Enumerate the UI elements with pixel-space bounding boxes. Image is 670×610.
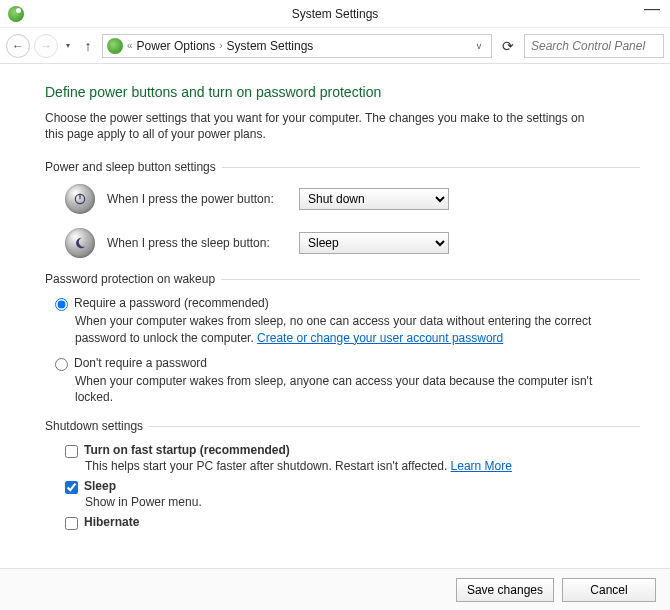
page-heading: Define power buttons and turn on passwor… (45, 84, 640, 100)
check-fast-startup-desc: This helps start your PC faster after sh… (85, 459, 640, 473)
radio-no-password-desc: When your computer wakes from sleep, any… (75, 373, 605, 405)
check-hibernate-label: Hibernate (84, 515, 139, 529)
footer: Save changes Cancel (0, 568, 670, 610)
section-label-text: Power and sleep button settings (45, 160, 216, 174)
check-hibernate-input[interactable] (65, 517, 78, 530)
breadcrumb-system-settings[interactable]: System Settings (227, 39, 314, 53)
check-sleep-desc: Show in Power menu. (85, 495, 640, 509)
row-sleep-button: When I press the sleep button: Sleep (65, 228, 640, 258)
power-button-select[interactable]: Shut down (299, 188, 449, 210)
breadcrumb-sep-icon: « (127, 40, 133, 51)
section-label-text: Password protection on wakeup (45, 272, 215, 286)
divider (222, 167, 640, 168)
radio-no-password[interactable]: Don't require a password (55, 356, 640, 371)
moon-icon (73, 236, 87, 250)
link-change-password[interactable]: Create or change your user account passw… (257, 331, 503, 345)
check-sleep[interactable]: Sleep (65, 479, 640, 494)
shutdown-options: Turn on fast startup (recommended) This … (65, 443, 640, 530)
divider (149, 426, 640, 427)
power-button-label: When I press the power button: (107, 192, 287, 206)
radio-group-password: Require a password (recommended) When yo… (55, 296, 640, 405)
content-area: Define power buttons and turn on passwor… (0, 64, 670, 564)
radio-require-password[interactable]: Require a password (recommended) (55, 296, 640, 311)
nav-bar: ← → ▾ ↑ « Power Options › System Setting… (0, 28, 670, 64)
section-label-text: Shutdown settings (45, 419, 143, 433)
control-panel-icon (107, 38, 123, 54)
section-password: Password protection on wakeup (45, 272, 640, 286)
breadcrumb-sep-icon: › (219, 40, 222, 51)
check-sleep-input[interactable] (65, 481, 78, 494)
window-title: System Settings (0, 7, 670, 21)
check-fast-startup[interactable]: Turn on fast startup (recommended) (65, 443, 640, 458)
breadcrumb-power-options[interactable]: Power Options (137, 39, 216, 53)
save-button[interactable]: Save changes (456, 578, 554, 602)
radio-no-password-input[interactable] (55, 358, 68, 371)
sleep-button-select[interactable]: Sleep (299, 232, 449, 254)
title-bar: System Settings — (0, 0, 670, 28)
radio-require-password-desc: When your computer wakes from sleep, no … (75, 313, 605, 345)
breadcrumb[interactable]: « Power Options › System Settings v (102, 34, 492, 58)
radio-require-password-label: Require a password (recommended) (74, 296, 269, 310)
page-intro: Choose the power settings that you want … (45, 110, 605, 142)
radio-no-password-label: Don't require a password (74, 356, 207, 370)
history-dropdown[interactable]: ▾ (62, 34, 74, 58)
cancel-button[interactable]: Cancel (562, 578, 656, 602)
link-learn-more[interactable]: Learn More (451, 459, 512, 473)
check-hibernate[interactable]: Hibernate (65, 515, 640, 530)
divider (221, 279, 640, 280)
check-sleep-label: Sleep (84, 479, 116, 493)
refresh-button[interactable]: ⟳ (496, 34, 520, 58)
row-power-button: When I press the power button: Shut down (65, 184, 640, 214)
power-glyph-icon (73, 192, 87, 206)
section-shutdown: Shutdown settings (45, 419, 640, 433)
check-fast-startup-input[interactable] (65, 445, 78, 458)
sleep-button-label: When I press the sleep button: (107, 236, 287, 250)
forward-button[interactable]: → (34, 34, 58, 58)
section-power-sleep: Power and sleep button settings (45, 160, 640, 174)
back-button[interactable]: ← (6, 34, 30, 58)
up-button[interactable]: ↑ (78, 36, 98, 56)
power-icon (65, 184, 95, 214)
search-input[interactable] (524, 34, 664, 58)
breadcrumb-dropdown-icon[interactable]: v (471, 41, 487, 51)
radio-require-password-input[interactable] (55, 298, 68, 311)
minimize-button[interactable]: — (642, 4, 662, 24)
check-fast-startup-label: Turn on fast startup (recommended) (84, 443, 290, 457)
sleep-icon (65, 228, 95, 258)
app-icon (8, 6, 24, 22)
